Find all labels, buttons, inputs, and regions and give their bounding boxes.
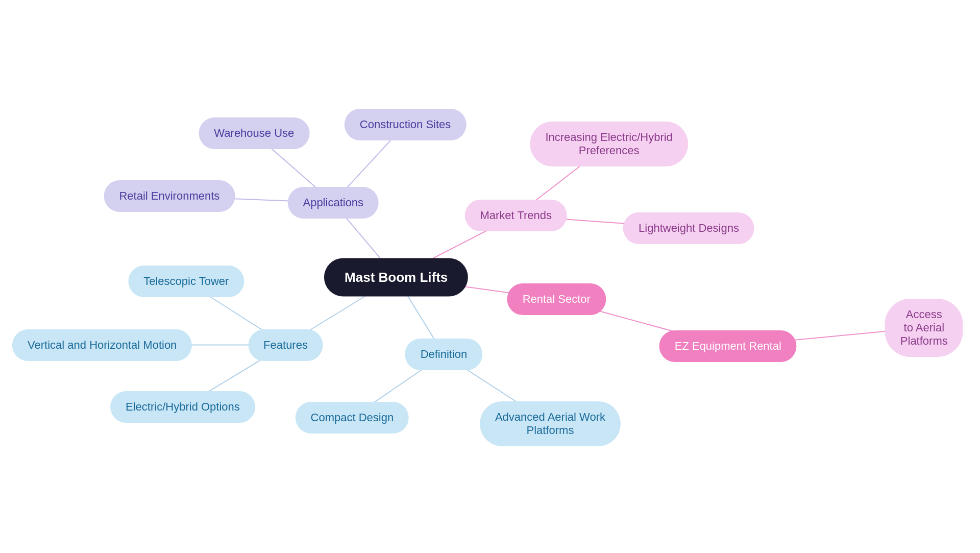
node-compact[interactable]: Compact Design [296,402,409,434]
node-electric_pref[interactable]: Increasing Electric/HybridPreferences [530,122,688,166]
node-retail[interactable]: Retail Environments [104,180,235,212]
node-vertical[interactable]: Vertical and Horizontal Motion [12,329,192,361]
node-rental_sector[interactable]: Rental Sector [507,283,606,315]
node-electric[interactable]: Electric/Hybrid Options [110,391,255,423]
node-ez_equipment[interactable]: EZ Equipment Rental [659,330,797,362]
node-definition[interactable]: Definition [405,339,483,370]
node-applications[interactable]: Applications [287,187,379,219]
node-lightweight[interactable]: Lightweight Designs [623,212,754,244]
node-construction[interactable]: Construction Sites [345,109,467,140]
node-telescopic[interactable]: Telescopic Tower [128,266,244,297]
node-features[interactable]: Features [248,329,323,361]
mindmap-container: Mast Boom LiftsApplicationsWarehouse Use… [0,0,980,553]
node-market_trends[interactable]: Market Trends [464,200,567,231]
center-node[interactable]: Mast Boom Lifts [324,258,468,296]
node-warehouse[interactable]: Warehouse Use [199,117,309,149]
node-access_aerial[interactable]: Access to Aerial Platforms [885,299,963,357]
node-advanced[interactable]: Advanced Aerial WorkPlatforms [480,401,621,446]
